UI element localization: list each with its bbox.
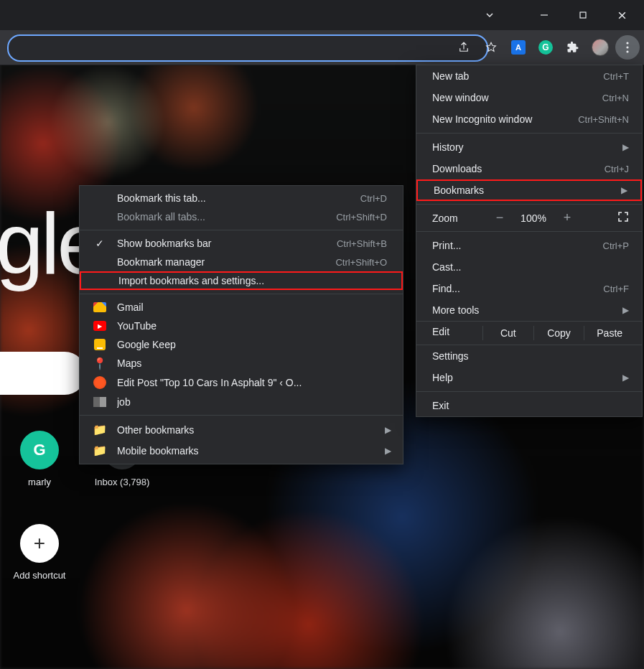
gmail-icon <box>93 302 107 312</box>
menu-settings[interactable]: Settings <box>416 345 642 367</box>
separator <box>80 415 403 416</box>
profile-avatar[interactable] <box>588 35 612 60</box>
menu-bookmark-all-tabs[interactable]: Bookmark all tabs... Ctrl+Shift+D <box>80 207 403 226</box>
svg-point-6 <box>626 50 628 52</box>
edit-paste[interactable]: Paste <box>584 326 635 340</box>
youtube-icon: ▶ <box>93 321 107 331</box>
folder-icon: 📁 <box>93 444 107 457</box>
menu-more-tools[interactable]: More tools ▶ <box>416 299 642 321</box>
chevron-right-icon: ▶ <box>385 425 391 435</box>
window-titlebar <box>0 0 644 30</box>
extension-a-icon[interactable]: A <box>506 35 531 60</box>
menu-zoom: Zoom − 100% + <box>416 207 642 228</box>
chevron-right-icon: ▶ <box>622 142 629 152</box>
menu-edit-row: Edit Cut Copy Paste <box>416 321 642 345</box>
svg-point-5 <box>626 46 628 48</box>
bookmark-google-keep[interactable]: Google Keep <box>80 335 403 354</box>
separator <box>80 230 403 230</box>
address-bar[interactable] <box>7 34 488 62</box>
folder-other-bookmarks[interactable]: 📁 Other bookmarks ▶ <box>80 419 403 440</box>
menu-bookmark-manager[interactable]: Bookmark manager Ctrl+Shift+O <box>80 253 403 271</box>
bookmark-edit-post[interactable]: Edit Post "Top 10 Cars In Asphalt 9" ‹ O… <box>80 373 403 393</box>
minimize-button[interactable] <box>528 4 561 26</box>
menu-new-tab[interactable]: New tab Ctrl+T <box>416 65 642 87</box>
edit-cut[interactable]: Cut <box>482 326 533 340</box>
menu-downloads[interactable]: Downloads Ctrl+J <box>416 158 642 179</box>
separator <box>416 204 642 205</box>
tab-dropdown-icon[interactable] <box>473 4 506 26</box>
close-window-button[interactable] <box>605 4 638 26</box>
shortcut-inbox-label: Inbox (3,798) <box>83 477 162 487</box>
chrome-main-menu: New tab Ctrl+T New window Ctrl+N New Inc… <box>416 65 643 417</box>
separator <box>416 391 642 392</box>
checkmark-icon: ✓ <box>93 238 107 249</box>
more-menu-button[interactable] <box>615 35 640 60</box>
chevron-right-icon: ▶ <box>622 305 629 315</box>
folder-icon: 📁 <box>93 423 107 436</box>
chevron-right-icon: ▶ <box>385 446 391 456</box>
extension-grammarly-icon[interactable]: G <box>533 35 558 60</box>
wordpress-icon <box>93 376 107 389</box>
chevron-right-icon: ▶ <box>622 373 629 383</box>
bookmark-job[interactable]: job <box>80 393 403 411</box>
menu-cast[interactable]: Cast... <box>416 256 642 278</box>
add-shortcut-icon: + <box>20 524 59 563</box>
separator <box>416 133 642 134</box>
zoom-value: 100% <box>513 212 554 224</box>
extensions-puzzle-icon[interactable] <box>561 35 585 60</box>
menu-bookmarks[interactable]: Bookmarks ▶ <box>416 179 642 201</box>
bookmark-youtube[interactable]: ▶ YouTube <box>80 317 403 335</box>
menu-find[interactable]: Find... Ctrl+F <box>416 278 642 299</box>
menu-new-incognito[interactable]: New Incognito window Ctrl+Shift+N <box>416 108 642 130</box>
shortcut-add-label: Add shortcut <box>0 570 79 581</box>
menu-help[interactable]: Help ▶ <box>416 367 642 388</box>
bookmark-gmail[interactable]: Gmail <box>80 298 403 317</box>
menu-new-window[interactable]: New window Ctrl+N <box>416 87 642 108</box>
edit-copy[interactable]: Copy <box>533 326 584 340</box>
maps-icon: 📍 <box>93 357 107 369</box>
shortcut-grammarly-icon: G <box>20 431 59 469</box>
svg-point-4 <box>626 42 628 44</box>
bookmark-star-icon[interactable] <box>479 35 503 60</box>
zoom-out-button[interactable]: − <box>487 210 513 225</box>
menu-bookmark-this-tab[interactable]: Bookmark this tab... Ctrl+D <box>80 189 403 207</box>
bookmarks-submenu: Bookmark this tab... Ctrl+D Bookmark all… <box>79 185 403 464</box>
maximize-button[interactable] <box>566 4 599 26</box>
generic-page-icon <box>93 397 107 407</box>
shortcut-add[interactable]: + Add shortcut <box>0 524 79 581</box>
menu-history[interactable]: History ▶ <box>416 136 642 158</box>
menu-show-bookmarks-bar[interactable]: ✓ Show bookmarks bar Ctrl+Shift+B <box>80 234 403 253</box>
bookmark-maps[interactable]: 📍 Maps <box>80 354 403 373</box>
menu-print[interactable]: Print... Ctrl+P <box>416 235 642 256</box>
search-bar-fragment[interactable] <box>0 352 86 395</box>
shortcut-grammarly[interactable]: G marly <box>0 431 79 487</box>
menu-import-bookmarks[interactable]: Import bookmarks and settings... <box>80 271 403 290</box>
keep-icon <box>93 339 107 350</box>
separator <box>416 231 642 232</box>
menu-exit[interactable]: Exit <box>416 395 642 416</box>
share-icon[interactable] <box>452 35 476 60</box>
svg-rect-1 <box>580 12 586 18</box>
fullscreen-icon[interactable] <box>610 211 636 225</box>
browser-toolbar: A G <box>0 30 644 65</box>
shortcut-grammarly-label: marly <box>0 477 79 487</box>
folder-mobile-bookmarks[interactable]: 📁 Mobile bookmarks ▶ <box>80 440 403 461</box>
zoom-in-button[interactable]: + <box>554 210 580 225</box>
chevron-right-icon: ▶ <box>621 185 627 195</box>
separator <box>80 294 403 294</box>
